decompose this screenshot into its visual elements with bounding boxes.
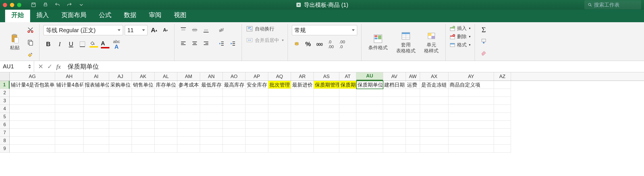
cell-AV1[interactable]: 建档日期: [383, 81, 406, 89]
accept-formula-button[interactable]: ✓: [47, 63, 52, 70]
cell-AT8[interactable]: [339, 137, 356, 145]
italic-button[interactable]: I: [55, 39, 65, 49]
cell-AX7[interactable]: [420, 129, 448, 137]
cell-AY6[interactable]: [448, 121, 494, 129]
cell-AV5[interactable]: [383, 113, 406, 121]
cell-AY8[interactable]: [448, 137, 494, 145]
cell-AK1[interactable]: 销售单位: [132, 81, 155, 89]
cell-AW3[interactable]: [406, 97, 420, 105]
cell-AI6[interactable]: [84, 121, 109, 129]
cell-AR5[interactable]: [291, 113, 314, 121]
cell-AQ1[interactable]: 批次管理: [268, 81, 291, 89]
cell-AI3[interactable]: [84, 97, 109, 105]
cell-AQ6[interactable]: [268, 121, 291, 129]
cell-AR1[interactable]: 最新进价: [291, 81, 314, 89]
cell-AS2[interactable]: [314, 89, 339, 97]
cell-AL2[interactable]: [155, 89, 177, 97]
cell-AN3[interactable]: [200, 97, 223, 105]
cell-AG1[interactable]: 辅计量4是否包装单位: [10, 81, 55, 89]
insert-cells-button[interactable]: 插入▾: [450, 25, 471, 32]
number-format-combo[interactable]: 常规: [292, 25, 357, 35]
row-header-9[interactable]: 9: [0, 145, 10, 153]
cell-AG2[interactable]: [10, 89, 55, 97]
cell-AK4[interactable]: [132, 105, 155, 113]
row-header-1[interactable]: 1: [0, 81, 10, 89]
cell-AK8[interactable]: [132, 137, 155, 145]
cell-AT6[interactable]: [339, 121, 356, 129]
cell-AW1[interactable]: 运费: [406, 81, 420, 89]
cell-AL7[interactable]: [155, 129, 177, 137]
cell-AW6[interactable]: [406, 121, 420, 129]
cell-AI7[interactable]: [84, 129, 109, 137]
cell-AU9[interactable]: [356, 145, 383, 153]
cell-AO2[interactable]: [223, 89, 246, 97]
cell-AP4[interactable]: [246, 105, 268, 113]
decrease-indent-button[interactable]: [217, 39, 226, 48]
cell-AX8[interactable]: [420, 137, 448, 145]
cell-AR8[interactable]: [291, 137, 314, 145]
zoom-window-button[interactable]: [17, 3, 21, 7]
column-header-AH[interactable]: AH: [55, 72, 84, 81]
cell-AK5[interactable]: [132, 113, 155, 121]
column-header-AN[interactable]: AN: [200, 72, 223, 81]
cell-AY9[interactable]: [448, 145, 494, 153]
align-middle-button[interactable]: [190, 25, 200, 35]
cell-AU8[interactable]: [356, 137, 383, 145]
cell-AS3[interactable]: [314, 97, 339, 105]
cell-AO7[interactable]: [223, 129, 246, 137]
tab-home[interactable]: 开始: [5, 9, 30, 22]
close-window-button[interactable]: [3, 3, 7, 7]
cell-AO1[interactable]: 最高库存: [223, 81, 246, 89]
fill-button[interactable]: [479, 36, 489, 46]
cell-AU2[interactable]: [356, 89, 383, 97]
cell-AQ5[interactable]: [268, 113, 291, 121]
decrease-font-size-button[interactable]: A▾: [161, 25, 170, 35]
cell-AS9[interactable]: [314, 145, 339, 153]
search-sheet-box[interactable]: 搜索工作表: [584, 0, 641, 9]
cell-AH7[interactable]: [55, 129, 84, 137]
column-header-AY[interactable]: AY: [448, 72, 494, 81]
cell-AM8[interactable]: [177, 137, 200, 145]
orientation-button[interactable]: ab: [217, 25, 226, 35]
increase-decimal-button[interactable]: .0.00: [326, 39, 336, 49]
cell-AN1[interactable]: 最低库存: [200, 81, 223, 89]
bold-button[interactable]: B: [43, 39, 53, 49]
merge-center-button[interactable]: 合并后居中 ▾: [246, 36, 284, 44]
cell-AY3[interactable]: [448, 97, 494, 105]
cell-AH6[interactable]: [55, 121, 84, 129]
cell-AY1[interactable]: 商品自定义项: [448, 81, 494, 89]
cell-AP1[interactable]: 安全库存: [246, 81, 268, 89]
cell-AH9[interactable]: [55, 145, 84, 153]
cell-AM2[interactable]: [177, 89, 200, 97]
cell-AU3[interactable]: [356, 97, 383, 105]
cell-AG3[interactable]: [10, 97, 55, 105]
cell-AI8[interactable]: [84, 137, 109, 145]
column-header-AG[interactable]: AG: [10, 72, 55, 81]
cell-AK9[interactable]: [132, 145, 155, 153]
cell-AQ9[interactable]: [268, 145, 291, 153]
cell-AJ9[interactable]: [109, 145, 132, 153]
wrap-text-button[interactable]: 自动换行: [246, 25, 284, 32]
row-header-7[interactable]: 7: [0, 129, 10, 137]
row-header-2[interactable]: 2: [0, 89, 10, 97]
cell-AV7[interactable]: [383, 129, 406, 137]
cell-AQ2[interactable]: [268, 89, 291, 97]
cell-AT2[interactable]: [339, 89, 356, 97]
align-top-button[interactable]: [178, 25, 188, 35]
cell-AY2[interactable]: [448, 89, 494, 97]
row-header-3[interactable]: 3: [0, 97, 10, 105]
cell-AH4[interactable]: [55, 105, 84, 113]
cell-AK2[interactable]: [132, 89, 155, 97]
cell-AI1[interactable]: 报表辅单位: [84, 81, 109, 89]
cell-AX1[interactable]: 是否走冻链: [420, 81, 448, 89]
cell-AY5[interactable]: [448, 113, 494, 121]
cell-AG6[interactable]: [10, 121, 55, 129]
tab-insert[interactable]: 插入: [30, 9, 55, 22]
cell-AM5[interactable]: [177, 113, 200, 121]
column-header-AS[interactable]: AS: [314, 72, 339, 81]
cell-AL3[interactable]: [155, 97, 177, 105]
formula-input[interactable]: 保质期单位: [65, 62, 644, 71]
cell-AZ7[interactable]: [494, 129, 511, 137]
save-icon[interactable]: [30, 1, 37, 9]
column-header-AJ[interactable]: AJ: [109, 72, 132, 81]
